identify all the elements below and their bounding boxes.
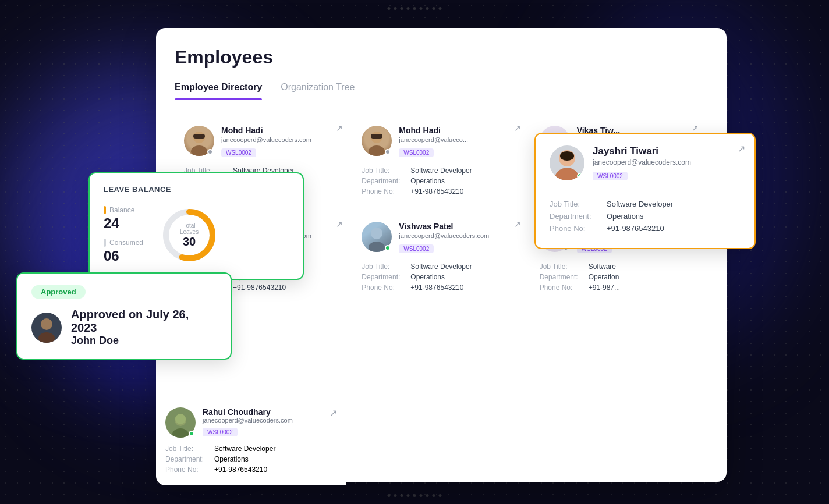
badge-rahul: WSL0002 [203,428,238,436]
avatar-wrap-1 [184,126,214,156]
rahul-card[interactable]: ↗ Rahul Choudhary janecooperd@valuecoder… [156,396,346,485]
label-dept-6: Department: [540,273,586,281]
external-link-icon-5[interactable]: ↗ [514,219,521,229]
lbl-dp-rahul: Department: [165,455,212,463]
label-phone-6: Phone No: [540,283,586,292]
avatar-wrap-rahul [165,407,196,438]
avatar-wrap-2 [362,126,392,156]
name-rahul: Rahul Choudhary [203,407,293,417]
val-ph-rahul: +91-9876543210 [214,466,267,474]
svg-point-20 [41,318,52,330]
lbl-jt-rahul: Job Title: [165,445,212,453]
employee-badge-5: WSL0002 [399,244,434,253]
popup-name-section: Jayshri Tiwari janecooperd@valuecoders.c… [593,145,691,180]
value-jobtitle-5: Software Developer [410,262,472,271]
tab-employee-directory[interactable]: Employee Directory [175,82,262,100]
employee-info-1: Mohd Hadi janecooperd@valuecoders.com WS… [221,126,343,157]
popup-status-dot [577,173,583,179]
employee-name-2: Mohd Hadi [399,126,520,135]
svg-point-11 [371,228,382,239]
val-dp-rahul: Operations [214,455,249,463]
employee-name-5: Vishwas Patel [399,222,520,231]
employee-details-6: Job Title: Software Department: Operatio… [540,262,699,292]
value-phone-5: +91-9876543210 [410,283,463,292]
value-phone-4: +91-9876543210 [233,283,286,292]
status-dot-5 [385,245,391,251]
balance-label: Balance [104,206,143,214]
popup-value-jobtitle: Software Developer [607,200,673,208]
consumed-value: 06 [104,248,143,264]
tab-organization-tree[interactable]: Organization Tree [281,82,355,100]
donut-chart: Total Leaves 30 [157,203,221,267]
val-jt-rahul: Software Developer [214,445,275,453]
employee-name-1: Mohd Hadi [221,126,343,135]
external-link-rahul[interactable]: ↗ [330,407,337,418]
balance-value: 24 [104,215,143,232]
consumed-bar [104,239,106,247]
tabs-bar: Employee Directory Organization Tree [175,82,708,100]
value-phone-2: +91-9876543210 [410,187,463,196]
value-dept-2: Operations [410,177,445,185]
label-phone-5: Phone No: [362,283,408,292]
employee-info-5: Vishwas Patel janecooperd@valuecoders.co… [399,222,520,253]
popup-name: Jayshri Tiwari [593,145,691,157]
svg-point-5 [369,145,385,156]
info-rahul: Rahul Choudhary janecooperd@valuecoders.… [203,407,293,436]
leave-balance-card: LEAVE BALANCE Balance 24 Consumed 06 [88,172,304,280]
label-dept-5: Department: [362,273,408,281]
status-rahul [189,431,194,436]
popup-label-jobtitle: Job Title: [550,200,602,208]
value-jobtitle-2: Software Developer [410,166,472,175]
svg-point-1 [191,145,207,156]
popup-row-jobtitle: Job Title: Software Developer [550,200,741,208]
balance-stat: Balance 24 [104,206,143,232]
consumed-label: Consumed [104,239,143,247]
employee-card-2[interactable]: ↗ Mohd Hadi ja [352,114,530,210]
lbl-ph-rahul: Phone No: [165,466,212,474]
label-jobtitle-2: Job Title: [362,166,408,175]
dots-bottom [388,494,442,497]
dots-top [388,7,442,10]
external-link-icon-2[interactable]: ↗ [514,123,521,133]
label-phone-2: Phone No: [362,187,408,196]
popup-badge: WSL0002 [593,172,628,180]
details-rahul: Job Title:Software Developer Department:… [165,445,337,474]
value-dept-6: Operation [589,273,619,281]
value-dept-5: Operations [410,273,445,281]
external-link-icon-3[interactable]: ↗ [692,123,699,133]
employee-badge-2: WSL0002 [399,148,434,157]
label-dept-2: Department: [362,177,408,185]
svg-point-17 [175,414,186,424]
status-dot-2 [385,149,391,155]
value-phone-6: +91-987... [589,283,620,292]
popup-header: Jayshri Tiwari janecooperd@valuecoders.c… [550,145,741,190]
popup-external-link[interactable]: ↗ [738,143,745,154]
approved-content: Approved on July 26, 2023 John Doe [31,308,217,347]
popup-value-phone: +91-9876543210 [607,224,664,233]
avatar-wrap-5 [362,222,392,252]
external-link-icon-1[interactable]: ↗ [336,123,343,133]
popup-row-dept: Department: Operations [550,212,741,221]
popup-value-dept: Operations [607,212,644,221]
employee-details-2: Job Title: Software Developer Department… [362,166,520,196]
svg-point-24 [560,151,574,161]
employee-badge-1: WSL0002 [221,148,256,157]
email-rahul: janecooperd@valuecoders.com [203,417,293,424]
approved-info: Approved on July 26, 2023 John Doe [71,308,217,347]
donut-center: Total Leaves 30 [173,222,206,249]
balance-bar [104,206,106,214]
external-link-icon-4[interactable]: ↗ [336,219,343,229]
status-dot-1 [207,149,213,155]
popup-details: Job Title: Software Developer Department… [550,200,741,233]
employee-card-5[interactable]: ↗ Vishwas Patel janecooperd@val [352,210,530,306]
svg-rect-6 [371,134,382,139]
svg-point-21 [38,332,55,343]
popup-avatar [550,145,584,180]
employee-email-2: janecooperd@valueco... [399,136,520,143]
employee-info-2: Mohd Hadi janecooperd@valueco... WSL0002 [399,126,520,157]
employee-details-5: Job Title: Software Developer Department… [362,262,520,292]
svg-point-16 [172,428,189,438]
leave-balance-title: LEAVE BALANCE [104,185,289,194]
approved-card: Approved Approved on July 26, 2023 John … [16,272,232,360]
svg-rect-3 [193,134,205,139]
